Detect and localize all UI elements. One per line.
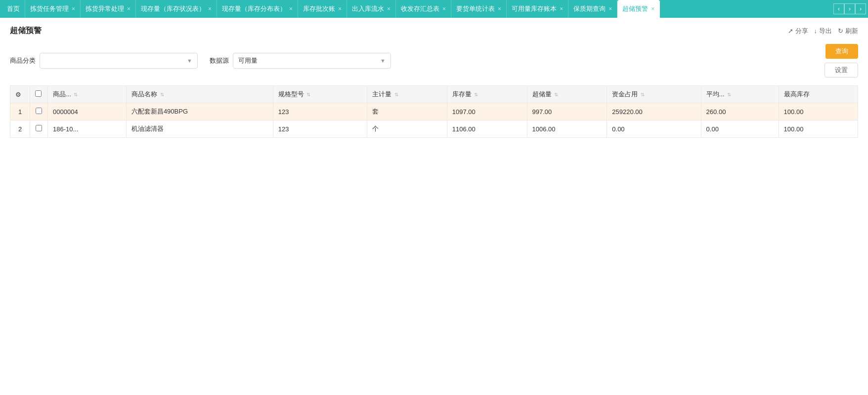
data-table: ⚙ 商品... ⇅ 商品名称 ⇅ 规格型号 ⇅ 主计量 — [10, 85, 858, 138]
nav-tab-flow[interactable]: 出入库流水 × — [347, 0, 396, 18]
close-icon[interactable]: × — [208, 5, 212, 12]
nav-next-button[interactable]: › — [844, 3, 855, 14]
top-nav: 首页 拣货任务管理 × 拣货异常处理 × 现存量（库存状况表） × 现存量（库存… — [0, 0, 868, 18]
th-unit[interactable]: 主计量 ⇅ — [367, 86, 447, 103]
select-all-checkbox[interactable] — [35, 90, 42, 97]
cell-spec: 123 — [273, 103, 367, 120]
th-overstock[interactable]: 超储量 ⇅ — [527, 86, 607, 103]
cell-overstock: 997.00 — [527, 103, 607, 120]
filter-section: 商品分类 ▼ 数据源 可用量 ▼ — [10, 53, 817, 69]
category-filter: 商品分类 ▼ — [10, 53, 198, 69]
nav-tab-available[interactable]: 可用量库存账本 × — [507, 0, 568, 18]
close-icon[interactable]: × — [289, 5, 293, 12]
nav-prev-button[interactable]: ‹ — [833, 3, 844, 14]
category-select[interactable]: ▼ — [40, 53, 198, 69]
th-stock[interactable]: 库存量 ⇅ — [447, 86, 527, 103]
row-checkbox[interactable] — [36, 108, 42, 114]
close-icon[interactable]: × — [127, 5, 130, 12]
page-title-row: 超储预警 ➚ 分享 ↓ 导出 ↻ 刷新 — [10, 26, 858, 36]
close-icon[interactable]: × — [442, 5, 446, 12]
cell-spec: 123 — [273, 120, 367, 138]
export-button[interactable]: ↓ 导出 — [814, 27, 832, 36]
nav-tab-home[interactable]: 首页 — [2, 0, 25, 18]
th-checkbox — [30, 86, 48, 103]
sort-icon: ⇅ — [306, 92, 310, 97]
th-product-name[interactable]: 商品名称 ⇅ — [126, 86, 273, 103]
nav-tab-batch[interactable]: 库存批次账 × — [298, 0, 347, 18]
table-row: 2 186-10... 机油滤清器 123 个 1106.00 1006.00 … — [10, 120, 858, 138]
nav-tab-demand[interactable]: 要货单统计表 × — [451, 0, 507, 18]
cell-max-stock: 100.00 — [779, 103, 858, 120]
cell-capital: 259220.00 — [607, 103, 701, 120]
sort-icon: ⇅ — [474, 92, 478, 97]
sort-icon: ⇅ — [74, 92, 78, 97]
share-button[interactable]: ➚ 分享 — [788, 27, 808, 36]
th-spec[interactable]: 规格型号 ⇅ — [273, 86, 367, 103]
table-header-row: ⚙ 商品... ⇅ 商品名称 ⇅ 规格型号 ⇅ 主计量 — [10, 86, 858, 103]
close-icon[interactable]: × — [498, 5, 501, 12]
refresh-button[interactable]: ↻ 刷新 — [838, 27, 858, 36]
row-checkbox-cell[interactable] — [30, 103, 48, 120]
close-icon[interactable]: × — [387, 5, 391, 12]
cell-product-code: 186-10... — [48, 120, 127, 138]
th-product-code[interactable]: 商品... ⇅ — [48, 86, 127, 103]
cell-unit: 个 — [367, 120, 447, 138]
cell-capital: 0.00 — [607, 120, 701, 138]
cell-product-name: 六配套新昌490BPG — [126, 103, 273, 120]
cell-product-code: 0000004 — [48, 103, 127, 120]
datasource-label: 数据源 — [210, 56, 229, 65]
nav-tab-task[interactable]: 拣货任务管理 × — [25, 0, 81, 18]
sort-icon: ⇅ — [554, 92, 558, 97]
export-icon: ↓ — [814, 27, 818, 35]
refresh-icon: ↻ — [838, 27, 843, 35]
chevron-down-icon: ▼ — [187, 58, 192, 64]
cell-unit: 套 — [367, 103, 447, 120]
query-button[interactable]: 查询 — [825, 44, 858, 59]
page-actions: ➚ 分享 ↓ 导出 ↻ 刷新 — [788, 27, 859, 36]
sort-icon: ⇅ — [641, 92, 645, 97]
close-icon[interactable]: × — [72, 5, 75, 12]
cell-product-name: 机油滤清器 — [126, 120, 273, 138]
close-icon[interactable]: × — [651, 5, 654, 12]
page-title: 超储预警 — [10, 26, 42, 36]
cell-stock: 1106.00 — [447, 120, 527, 138]
datasource-select[interactable]: 可用量 ▼ — [233, 53, 391, 69]
row-checkbox[interactable] — [36, 125, 42, 131]
sort-icon: ⇅ — [160, 92, 164, 97]
sort-icon: ⇅ — [394, 92, 398, 97]
row-checkbox-cell[interactable] — [30, 120, 48, 138]
close-icon[interactable]: × — [608, 5, 612, 12]
nav-tab-summary[interactable]: 收发存汇总表 × — [396, 0, 451, 18]
datasource-filter: 数据源 可用量 ▼ — [210, 53, 391, 69]
th-max-stock: 最高库存 — [779, 86, 858, 103]
filter-row: 商品分类 ▼ 数据源 可用量 ▼ 查询 设置 — [10, 44, 858, 78]
chevron-down-icon: ▼ — [380, 58, 386, 64]
nav-tab-stock-dist[interactable]: 现存量（库存分布表） × — [217, 0, 298, 18]
category-label: 商品分类 — [10, 56, 36, 65]
nav-tab-quality[interactable]: 保质期查询 × — [568, 0, 617, 18]
th-capital[interactable]: 资金占用 ⇅ — [607, 86, 701, 103]
th-gear[interactable]: ⚙ — [10, 86, 30, 103]
nav-tab-stock-status[interactable]: 现存量（库存状况表） × — [136, 0, 217, 18]
nav-tab-exception[interactable]: 拣货异常处理 × — [81, 0, 136, 18]
page-container: 超储预警 ➚ 分享 ↓ 导出 ↻ 刷新 商品分类 ▼ — [0, 18, 868, 146]
cell-overstock: 1006.00 — [527, 120, 607, 138]
share-icon: ➚ — [788, 27, 793, 35]
row-index: 1 — [10, 103, 30, 120]
action-buttons: 查询 设置 — [825, 44, 858, 78]
sort-icon: ⇅ — [727, 92, 731, 97]
nav-tab-overstock[interactable]: 超储预警 × — [617, 0, 660, 18]
cell-avg: 0.00 — [701, 120, 779, 138]
datasource-value: 可用量 — [238, 56, 258, 65]
cell-max-stock: 100.00 — [779, 120, 858, 138]
settings-button[interactable]: 设置 — [825, 63, 858, 78]
nav-more-button[interactable]: › — [855, 3, 866, 14]
nav-arrows: ‹ › › — [833, 3, 866, 14]
cell-avg: 260.00 — [701, 103, 779, 120]
close-icon[interactable]: × — [560, 5, 563, 12]
th-avg[interactable]: 平均... ⇅ — [701, 86, 779, 103]
close-icon[interactable]: × — [338, 5, 342, 12]
cell-stock: 1097.00 — [447, 103, 527, 120]
table-row: 1 0000004 六配套新昌490BPG 123 套 1097.00 997.… — [10, 103, 858, 120]
row-index: 2 — [10, 120, 30, 138]
